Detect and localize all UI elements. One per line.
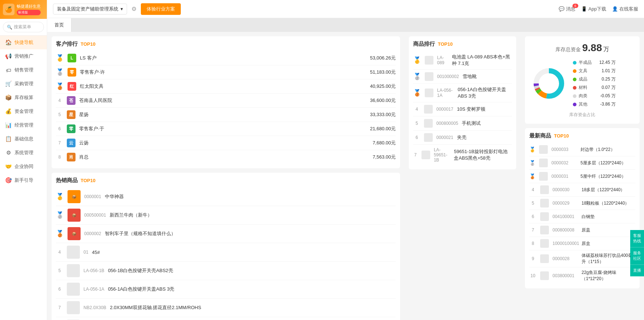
product-thumbnail: 📦: [68, 209, 81, 222]
sidebar-item-basic-info[interactable]: 📋基础信息: [0, 132, 47, 146]
medal-bronze: 🥉: [413, 89, 421, 97]
legend-name: 成品: [579, 76, 592, 82]
app-download-label: App下载: [588, 6, 606, 12]
legend-color-dot: [573, 69, 576, 73]
product-code: 0000032: [551, 160, 577, 165]
customer-service-button[interactable]: 客服热线: [630, 230, 644, 247]
tab-home[interactable]: 首页: [47, 18, 72, 32]
product-name: 原盒: [582, 241, 635, 247]
nav-label-sales: 销售管理: [15, 67, 33, 73]
customer-ranking-card: 客户排行 TOP10 🥇 L LS 客户 53,006.26元 🥈 零 零售客户…: [52, 36, 400, 168]
nav-icon-guide: 🎯: [5, 177, 12, 184]
legend-item: 材料 0.07 万: [573, 85, 616, 91]
product-thumbnail: 📦: [68, 190, 81, 203]
sidebar-item-system[interactable]: ⚙系统管理: [0, 146, 47, 160]
nav-label-finance: 资金管理: [15, 108, 33, 115]
product-code: 0000021: [436, 135, 453, 140]
table-row: 🥇 L LS 客户 53,006.26元: [56, 51, 396, 65]
customer-name: 红太阳文具: [80, 83, 366, 90]
product-name: 59651-1B旋转投影灯电池盒ABS黑色+58壳: [454, 148, 512, 161]
inventory-chart-label: 库存资金占比: [531, 112, 634, 118]
customer-amount: 53,006.26元: [370, 55, 396, 61]
product-code: 001000002: [437, 74, 459, 79]
messages-button[interactable]: 💬 消息 6: [559, 6, 575, 12]
customer-name: 星扬: [79, 111, 366, 118]
product-name: 5厘中纤（1220*2440）: [580, 173, 635, 180]
rank-badge: L: [68, 54, 76, 62]
rank-number: 6: [529, 214, 537, 219]
sidebar-item-marketing[interactable]: 📢营销推广: [0, 49, 47, 63]
rank-number: 8: [56, 155, 63, 160]
rank-number: 4: [56, 250, 63, 255]
hot-products-title: 热销商品: [56, 177, 78, 184]
medal-silver: 🥈: [413, 73, 421, 81]
medal-gold: 🥇: [56, 54, 64, 62]
sidebar-item-finance[interactable]: 💰资金管理: [0, 104, 47, 118]
customer-amount: 33,333.00元: [370, 111, 396, 118]
sidebar-item-sales[interactable]: 🏷销售管理: [0, 63, 47, 77]
sidebar-item-guide[interactable]: 🎯新手引导: [0, 173, 47, 187]
app-download-button[interactable]: 📱 App下载: [581, 6, 606, 12]
service-community-button[interactable]: 服务社区: [630, 247, 644, 265]
product-ranking-card: 商品排行 TOP10 🥇 LA-089 电池盖 LA-089 ABS本色+黑种 …: [409, 36, 516, 169]
product-code: LA-056-1A: [83, 287, 104, 292]
product-thumbnail-placeholder: [540, 185, 549, 194]
sidebar-item-operations[interactable]: 📊经营管理: [0, 118, 47, 132]
list-item: 7 000800008 原盖: [529, 223, 635, 237]
table-row: 4 0000017 10S 变树罗顿: [413, 102, 512, 116]
medal-silver: 🥈: [56, 211, 64, 219]
nav-icon-operations: 📊: [5, 122, 12, 128]
topbar: 装备及固定资产辅助管理系统 ▾ ⚙ 体验行业方案 💬 消息 6 📱 App下载 …: [47, 0, 644, 18]
product-name: 体碳荔枝味苏打饮品400毫升（1*15）: [582, 253, 635, 265]
legend-name: 材料: [579, 85, 592, 91]
sidebar-item-purchase[interactable]: 🛒采购管理: [0, 77, 47, 91]
nav-label-quick-nav: 快捷导航: [15, 39, 33, 46]
nav-icon-basic-info: 📋: [5, 136, 12, 142]
legend-color-dot: [573, 103, 576, 106]
list-item: 4 01 45#: [56, 243, 396, 262]
app-selector[interactable]: 装备及固定资产辅助管理系统 ▾: [53, 4, 127, 15]
right-panel: 库存总资金 9.88 万: [521, 32, 644, 320]
table-row: 8 肖 肖总 7,563.00元: [56, 150, 396, 164]
product-code: 10000100001: [553, 241, 578, 246]
sidebar-item-inventory[interactable]: 📦库存核算: [0, 91, 47, 104]
logo-text: 畅捷通好生意: [17, 4, 41, 9]
list-item: 9 0000028 体碳荔枝味苏打饮品400毫升（1*15）: [529, 250, 635, 267]
customer-name: LS 客户: [80, 55, 366, 61]
product-thumbnail-placeholder: [67, 246, 80, 259]
sidebar-item-enterprise[interactable]: 🤝企业协同: [0, 160, 47, 173]
product-thumbnail: 📦: [68, 227, 81, 240]
nav-label-guide: 新手引导: [15, 177, 33, 184]
online-service-button[interactable]: 👤 在线客服: [612, 6, 638, 12]
product-thumbnail-placeholder: [67, 283, 80, 296]
customer-amount: 7,680.00元: [372, 140, 396, 146]
product-name: 2.0X30MM双搓花轴.搓花直径2.1MM/ROHS: [110, 304, 201, 311]
sidebar-logo: 🍊 畅捷通好生意 标准版: [0, 0, 47, 19]
legend-item: 半成品 12.45 万: [573, 60, 616, 66]
product-thumbnail-placeholder: [67, 301, 80, 314]
product-thumbnail-placeholder: [540, 212, 549, 221]
search-menu-button[interactable]: 🔍 搜索菜单: [3, 22, 44, 32]
medal-bronze: 🥉: [529, 173, 535, 179]
hot-products-subtitle: TOP10: [81, 178, 95, 183]
list-item: 8 0000011 12070519-xs: [56, 317, 396, 320]
product-name: 雪地靴: [462, 73, 477, 80]
inventory-total: 库存总资金 9.88 万: [531, 42, 634, 54]
product-code: 0000031: [551, 174, 577, 179]
inventory-total-unit: 万: [603, 46, 609, 52]
medal-bronze: 🥉: [56, 230, 64, 238]
direct-button[interactable]: 直播: [630, 265, 644, 276]
settings-button[interactable]: ⚙: [131, 5, 136, 12]
customer-amount: 36,600.00元: [370, 97, 396, 104]
product-code: 004100001: [553, 214, 578, 219]
sidebar-item-quick-nav[interactable]: 🏠快捷导航: [0, 36, 47, 49]
customer-ranking-title: 客户排行: [56, 41, 78, 48]
product-thumbnail-placeholder: [425, 56, 433, 65]
experience-button[interactable]: 体验行业方案: [141, 3, 181, 15]
hot-products-list: 🥇 📦 0000001 中华神器 🥈 📦 000500001 新西兰牛肉（新牛）…: [56, 188, 396, 320]
legend-value: 12.45 万: [594, 60, 616, 66]
rank-number: 7: [56, 140, 63, 145]
messages-badge: 6: [572, 4, 578, 8]
content-area: 客户排行 TOP10 🥇 L LS 客户 53,006.26元 🥈 零 零售客户…: [47, 32, 644, 320]
product-code: 000800008: [553, 227, 578, 233]
